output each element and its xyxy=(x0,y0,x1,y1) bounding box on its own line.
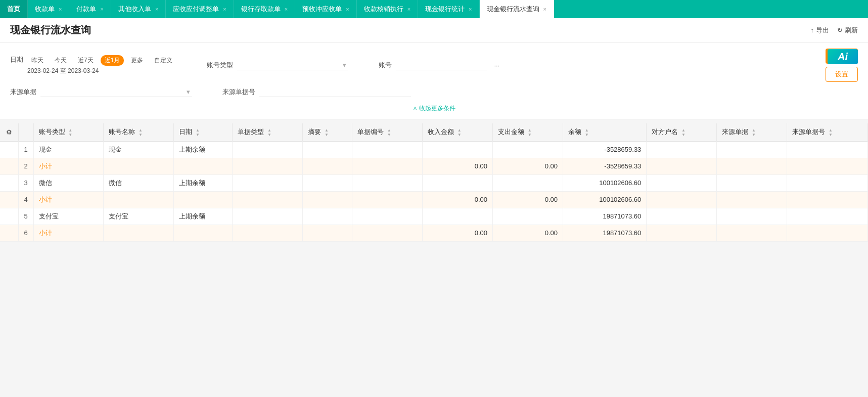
col-header-expense[interactable]: 支出金额 ▲▼ xyxy=(493,123,563,141)
refresh-button[interactable]: ↻ 刷新 xyxy=(837,26,858,35)
col-header-income[interactable]: 收入金额 ▲▼ xyxy=(423,123,493,141)
row-income xyxy=(423,174,493,191)
source-doc-no-input[interactable] xyxy=(259,87,411,97)
row-counterparty xyxy=(647,141,717,158)
table-row[interactable]: 6小计0.000.0019871073.60 xyxy=(0,225,868,241)
date-btn-yesterday[interactable]: 昨天 xyxy=(27,55,48,66)
sort-counterparty-icon: ▲▼ xyxy=(681,128,686,137)
row-number: 5 xyxy=(18,208,33,225)
account-dots-icon[interactable]: ··· xyxy=(494,62,499,69)
row-date: 上期余额 xyxy=(174,174,233,191)
date-btn-today[interactable]: 今天 xyxy=(51,55,71,66)
close-cash-stats-icon[interactable]: × xyxy=(469,6,472,12)
col-header-source-doc[interactable]: 来源单据 ▲▼ xyxy=(717,123,787,141)
date-btn-1month[interactable]: 近1月 xyxy=(101,55,124,66)
account-input[interactable] xyxy=(396,60,487,70)
close-other-income-icon[interactable]: × xyxy=(155,6,158,12)
row-settings xyxy=(0,174,18,191)
data-table: ⚙ 账号类型 ▲▼ 账号名称 ▲▼ 日期 ▲▼ 单据类型 ▲▼ xyxy=(0,123,868,242)
row-number: 3 xyxy=(18,174,33,191)
col-header-account-name[interactable]: 账号名称 ▲▼ xyxy=(104,123,174,141)
counterparty-col-label: 对方户名 xyxy=(652,128,678,136)
col-header-account-type[interactable]: 账号类型 ▲▼ xyxy=(33,123,104,141)
date-btn-custom[interactable]: 自定义 xyxy=(150,55,176,66)
filter-row-2: 来源单据 ▾ 来源单据号 xyxy=(10,87,858,97)
nav-tab-cash-stats-label: 现金银行统计 xyxy=(425,5,465,14)
collapse-bar[interactable]: ∧ 收起更多条件 xyxy=(10,102,858,115)
nav-tab-bank-deposit[interactable]: 银行存取款单 × xyxy=(234,0,295,18)
table-row[interactable]: 5支付宝支付宝上期余额19871073.60 xyxy=(0,208,868,225)
row-summary xyxy=(303,191,352,208)
row-account-type: 小计 xyxy=(33,225,104,241)
table-row[interactable]: 2小计0.000.00-3528659.33 xyxy=(0,158,868,174)
export-label: 导出 xyxy=(816,26,829,35)
date-range-display: 2023-02-24 至 2023-03-24 xyxy=(27,67,176,75)
row-source-doc-no xyxy=(787,174,868,191)
close-payments-icon[interactable]: × xyxy=(100,6,103,12)
sort-doc-no-icon: ▲▼ xyxy=(387,128,391,137)
nav-tab-prepay-offset[interactable]: 预收冲应收单 × xyxy=(295,0,356,18)
col-header-counterparty[interactable]: 对方户名 ▲▼ xyxy=(647,123,717,141)
date-filter-group: 日期 昨天 今天 近7天 近1月 更多 自定义 2023-02-24 至 202… xyxy=(10,55,176,75)
close-receipts-icon[interactable]: × xyxy=(59,6,62,12)
nav-tab-cash-bank-flow[interactable]: 现金银行流水查询 × xyxy=(480,0,554,18)
table-row[interactable]: 4小计0.000.00100102606.60 xyxy=(0,191,868,208)
table-row[interactable]: 1现金现金上期余额-3528659.33 xyxy=(0,141,868,158)
export-button[interactable]: ↑ 导出 xyxy=(811,26,830,35)
close-bank-deposit-icon[interactable]: × xyxy=(285,6,288,12)
setting-button[interactable]: 设置 xyxy=(826,67,858,82)
col-header-summary[interactable]: 摘要 ▲▼ xyxy=(303,123,352,141)
row-account-name: 支付宝 xyxy=(104,208,174,225)
row-source-doc-no xyxy=(787,225,868,241)
col-header-balance[interactable]: 余额 ▲▼ xyxy=(563,123,647,141)
close-ar-ap-icon[interactable]: × xyxy=(223,6,226,12)
col-header-no xyxy=(18,123,33,141)
source-doc-select[interactable]: ▾ xyxy=(40,87,192,97)
table-row[interactable]: 3微信微信上期余额100102606.60 xyxy=(0,174,868,191)
account-type-select[interactable]: ▾ xyxy=(237,60,348,70)
nav-tab-ar-ap-adjustment[interactable]: 应收应付调整单 × xyxy=(166,0,234,18)
nav-tab-payments[interactable]: 付款单 × xyxy=(69,0,111,18)
nav-home[interactable]: 首页 xyxy=(0,0,28,18)
account-filter: 账号 ··· xyxy=(379,60,499,70)
close-prepay-icon[interactable]: × xyxy=(346,6,349,12)
row-account-type: 支付宝 xyxy=(33,208,104,225)
refresh-icon: ↻ xyxy=(837,26,843,34)
nav-tab-cash-bank-stats[interactable]: 现金银行统计 × xyxy=(418,0,479,18)
nav-tab-receipts[interactable]: 收款单 × xyxy=(28,0,69,18)
date-options: 昨天 今天 近7天 近1月 更多 自定义 xyxy=(27,55,176,66)
col-header-doc-no[interactable]: 单据编号 ▲▼ xyxy=(352,123,423,141)
nav-tab-ar-ap-label: 应收应付调整单 xyxy=(173,5,219,14)
ai-badge[interactable]: Ai xyxy=(828,49,858,64)
nav-tab-prepay-label: 预收冲应收单 xyxy=(302,5,342,14)
date-btn-more[interactable]: 更多 xyxy=(127,55,147,66)
page-title: 现金银行流水查询 xyxy=(10,23,91,37)
source-doc-chevron-icon: ▾ xyxy=(187,88,190,96)
close-cash-flow-icon[interactable]: × xyxy=(543,6,546,12)
row-number: 2 xyxy=(18,158,33,174)
nav-tab-payments-label: 付款单 xyxy=(76,5,96,14)
account-type-filter: 账号类型 ▾ xyxy=(207,60,348,70)
nav-tab-collection-exec[interactable]: 收款核销执行 × xyxy=(357,0,418,18)
row-source-doc-no xyxy=(787,191,868,208)
row-source-doc-no xyxy=(787,141,868,158)
row-doc-no xyxy=(352,174,423,191)
row-source-doc xyxy=(717,208,787,225)
row-balance: -3528659.33 xyxy=(563,141,647,158)
col-header-doc-type[interactable]: 单据类型 ▲▼ xyxy=(233,123,303,141)
row-balance: -3528659.33 xyxy=(563,158,647,174)
close-collection-icon[interactable]: × xyxy=(407,6,410,12)
source-doc-no-filter: 来源单据号 xyxy=(222,87,411,97)
col-header-source-doc-no[interactable]: 来源单据号 ▲▼ xyxy=(787,123,868,141)
row-balance: 100102606.60 xyxy=(563,174,647,191)
nav-tab-other-income[interactable]: 其他收入单 × xyxy=(111,0,166,18)
sort-date-icon: ▲▼ xyxy=(196,128,200,137)
date-btn-7days[interactable]: 近7天 xyxy=(74,55,98,66)
sort-expense-icon: ▲▼ xyxy=(528,128,532,137)
row-balance: 19871073.60 xyxy=(563,225,647,241)
sort-balance-icon: ▲▼ xyxy=(585,128,589,137)
row-balance: 19871073.60 xyxy=(563,208,647,225)
row-doc-type xyxy=(233,225,303,241)
settings-column-header[interactable]: ⚙ xyxy=(0,123,18,141)
col-header-date[interactable]: 日期 ▲▼ xyxy=(174,123,233,141)
